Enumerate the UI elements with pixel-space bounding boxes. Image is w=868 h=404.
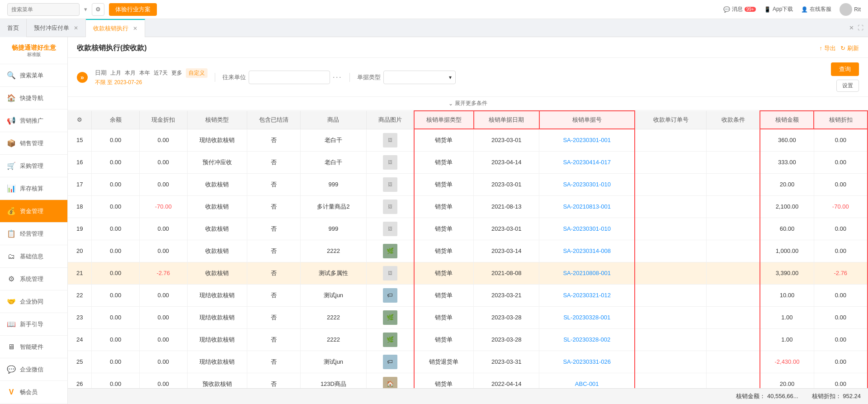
- dropdown-arrow-icon[interactable]: ▾: [84, 6, 87, 13]
- page-actions: ↑ 导出 ↻ 刷新: [820, 44, 859, 52]
- td-include-settled: 否: [247, 151, 301, 173]
- user-name: Rit: [854, 6, 861, 13]
- export-button[interactable]: ↑ 导出: [820, 44, 836, 52]
- verify-bill-no-link[interactable]: SL-20230328-001: [563, 314, 610, 321]
- sidebar-item-marketing-label: 营销推广: [20, 117, 43, 125]
- td-verify-bill-no: SA-20210813-001: [539, 195, 635, 218]
- system-icon: ⚙: [7, 275, 15, 283]
- td-balance: 0.00: [92, 284, 140, 306]
- tab-home[interactable]: 首页: [0, 19, 27, 37]
- date-link-this-month[interactable]: 本月: [125, 69, 136, 77]
- sidebar-item-search-menu[interactable]: 🔍 搜索菜单: [0, 64, 67, 87]
- date-link-7days[interactable]: 近7天: [154, 69, 168, 77]
- td-receipt-condition: [706, 351, 760, 373]
- th-receipt-order-no: 收款单订单号: [635, 111, 706, 129]
- gear-button[interactable]: ⚙: [92, 3, 104, 16]
- verify-bill-no-link[interactable]: SA-20230301-001: [563, 137, 611, 143]
- filter-expand-btn[interactable]: »: [77, 72, 88, 83]
- verify-bill-no-link[interactable]: SA-20230301-010: [563, 225, 611, 232]
- verify-bill-no-link[interactable]: SA-20230321-012: [563, 292, 611, 299]
- logo-area: 畅捷通谱好生意 标准版: [0, 37, 67, 64]
- from-unit-input[interactable]: [249, 71, 330, 84]
- td-balance: 0.00: [92, 129, 140, 151]
- th-verify-bill-type: 核销单据类型: [414, 111, 474, 129]
- td-goods: 测试多属性: [301, 262, 366, 284]
- app-download-item[interactable]: 📱 App下载: [764, 5, 793, 13]
- td-goods: 测试jun: [301, 284, 366, 306]
- td-cash-discount: 0.00: [139, 240, 187, 262]
- message-icon: 💬: [723, 6, 730, 13]
- tab-prepay-close[interactable]: ✕: [74, 25, 78, 31]
- verify-bill-no-link[interactable]: SA-20210808-001: [563, 270, 611, 276]
- date-link-prev-month[interactable]: 上月: [110, 69, 121, 77]
- td-receipt-condition: [706, 129, 760, 151]
- sidebar-item-wechat[interactable]: 💬 企业微信: [0, 358, 67, 381]
- query-button[interactable]: 查询: [831, 62, 859, 76]
- goods-img-placeholder: 🖼: [383, 200, 397, 214]
- sidebar-item-inventory[interactable]: 📊 库存核算: [0, 177, 67, 200]
- refresh-icon: ↻: [840, 45, 845, 52]
- user-item[interactable]: Rit: [840, 3, 861, 16]
- message-item[interactable]: 💬 消息 99+: [723, 5, 756, 13]
- sidebar-item-basic[interactable]: 🗂 基础信息: [0, 245, 67, 268]
- sidebar-item-system[interactable]: ⚙ 系统管理: [0, 268, 67, 290]
- date-link-this-year[interactable]: 本年: [139, 69, 150, 77]
- sidebar-item-corp-label: 企业协同: [20, 298, 43, 306]
- verify-bill-no-link[interactable]: ABC-001: [575, 380, 599, 387]
- refresh-button[interactable]: ↻ 刷新: [840, 44, 859, 52]
- sidebar-item-sales[interactable]: 📦 销售管理: [0, 132, 67, 155]
- bill-type-select[interactable]: ▾: [383, 71, 456, 84]
- verify-bill-no-link[interactable]: SA-20230414-017: [563, 159, 611, 166]
- td-verify-bill-type: 销货单: [414, 328, 474, 351]
- footer-verify-discount-total: 核销折扣： 952.24: [812, 392, 861, 400]
- td-verify-amount: 1,000.00: [760, 240, 814, 262]
- sidebar-item-finance[interactable]: 💰 资金管理: [0, 200, 67, 223]
- sidebar-item-purchase[interactable]: 🛒 采购管理: [0, 155, 67, 177]
- td-verify-bill-type: 销货单: [414, 284, 474, 306]
- td-verify-discount: 0.00: [814, 284, 868, 306]
- td-include-settled: 否: [247, 373, 301, 388]
- verify-bill-no-link[interactable]: SA-20230331-026: [563, 358, 611, 365]
- filter-sep-2: [349, 73, 350, 82]
- verify-bill-no-link[interactable]: SA-20210813-001: [563, 203, 611, 210]
- sidebar-item-guide[interactable]: 📖 新手引导: [0, 313, 67, 336]
- td-verify-bill-date: 2022-04-14: [474, 373, 539, 388]
- tab-receipt-verify[interactable]: 收款核销执行 ✕: [86, 19, 145, 37]
- footer-verify-amount-total: 核销金额： 40,556,66...: [736, 392, 798, 400]
- verify-bill-no-link[interactable]: SL-20230328-002: [563, 336, 610, 343]
- online-service-item[interactable]: 👤 在线客服: [801, 5, 831, 13]
- sidebar-item-corp[interactable]: 🤝 企业协同: [0, 290, 67, 313]
- app-icon: 📱: [764, 6, 771, 13]
- date-link-custom[interactable]: 自定义: [186, 68, 208, 78]
- td-balance: 0.00: [92, 351, 140, 373]
- tab-maximize-icon[interactable]: ⛶: [858, 24, 863, 31]
- expand-more-bar[interactable]: ⌄ 展开更多条件: [68, 97, 868, 110]
- sidebar-item-quick-nav[interactable]: 🏠 快捷导航: [0, 87, 67, 109]
- tab-receipt-verify-close[interactable]: ✕: [133, 25, 137, 32]
- td-goods: 老白干: [301, 151, 366, 173]
- verify-bill-no-link[interactable]: SA-20230314-008: [563, 247, 611, 254]
- setting-button[interactable]: 设置: [836, 80, 859, 92]
- goods-img-thumb: 🌿: [383, 333, 397, 347]
- td-verify-bill-no: SA-20230414-017: [539, 151, 635, 173]
- td-goods-img: 🏷: [366, 284, 414, 306]
- marketing-icon: 📢: [7, 117, 15, 125]
- th-settings[interactable]: ⚙: [68, 111, 92, 129]
- td-receipt-condition: [706, 151, 760, 173]
- sidebar-item-hardware[interactable]: 🖥 智能硬件: [0, 336, 67, 358]
- tab-prepay[interactable]: 预付冲应付单 ✕: [27, 19, 86, 37]
- from-unit-dots[interactable]: ···: [333, 72, 342, 82]
- page-header: 收款核销执行(按收款) ↑ 导出 ↻ 刷新: [68, 37, 868, 58]
- sidebar-item-business[interactable]: 📋 经营管理: [0, 223, 67, 245]
- tab-close-all-icon[interactable]: ✕: [849, 24, 854, 31]
- td-goods: 999: [301, 173, 366, 195]
- verify-bill-no-link[interactable]: SA-20230301-010: [563, 181, 611, 188]
- industry-btn[interactable]: 体验行业方案: [109, 3, 157, 16]
- quick-nav-icon: 🏠: [7, 94, 15, 102]
- sidebar-item-marketing[interactable]: 📢 营销推广: [0, 109, 67, 132]
- td-verify-bill-no: ABC-001: [539, 373, 635, 388]
- td-row-id: 18: [68, 195, 92, 218]
- sidebar-item-vip[interactable]: V 畅会员: [0, 381, 67, 404]
- date-link-more[interactable]: 更多: [171, 69, 182, 77]
- search-input[interactable]: [7, 3, 80, 16]
